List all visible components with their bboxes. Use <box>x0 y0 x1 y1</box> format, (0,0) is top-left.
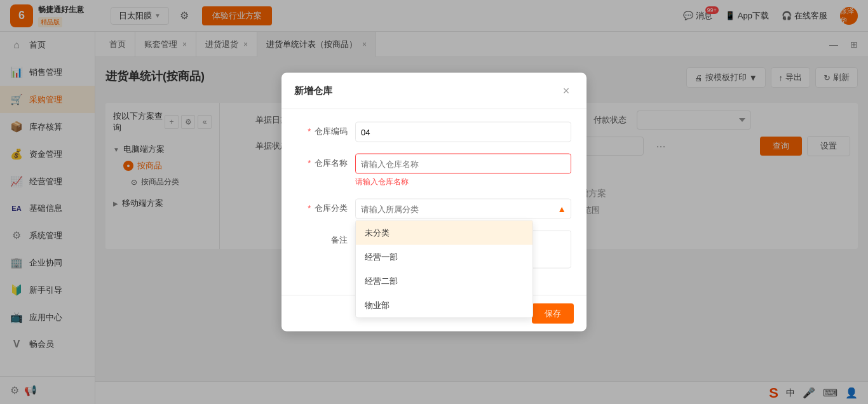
warehouse-name-field: 请输入仓库名称 <box>355 154 571 187</box>
save-button[interactable]: 保存 <box>532 304 574 324</box>
warehouse-name-label: * 仓库名称 <box>297 154 348 169</box>
warehouse-code-label: * 仓库编码 <box>297 122 348 137</box>
category-dropdown: 未分类 经营一部 经营二部 物业部 <box>355 220 533 318</box>
warehouse-name-input[interactable] <box>355 154 571 174</box>
form-row-category: * 仓库分类 ▲ 未分类 经营一部 经营二部 物业部 <box>297 199 571 219</box>
dropdown-item-3[interactable]: 物业部 <box>356 293 532 318</box>
new-warehouse-modal: 新增仓库 × * 仓库编码 * 仓库名称 请输入仓库名称 <box>281 73 587 332</box>
dropdown-item-2[interactable]: 经营二部 <box>356 269 532 293</box>
warehouse-code-field <box>355 122 571 142</box>
dropdown-item-1[interactable]: 经营一部 <box>356 245 532 269</box>
form-row-code: * 仓库编码 <box>297 122 571 142</box>
warehouse-name-error: 请输入仓库名称 <box>355 177 571 187</box>
warehouse-category-input[interactable] <box>355 199 571 219</box>
warehouse-category-field: ▲ 未分类 经营一部 经营二部 物业部 <box>355 199 571 219</box>
form-row-name: * 仓库名称 请输入仓库名称 <box>297 154 571 187</box>
notes-label: 备注 <box>297 231 348 246</box>
warehouse-category-label: * 仓库分类 <box>297 199 348 214</box>
modal-title: 新增仓库 <box>294 84 332 97</box>
warehouse-code-input[interactable] <box>355 122 571 142</box>
modal-close-btn[interactable]: × <box>559 83 574 98</box>
modal-body: * 仓库编码 * 仓库名称 请输入仓库名称 * 仓库分类 <box>281 109 587 295</box>
modal-header: 新增仓库 × <box>281 73 587 109</box>
dropdown-item-0[interactable]: 未分类 <box>356 221 532 245</box>
category-input-wrapper: ▲ <box>355 199 571 219</box>
category-toggle-icon[interactable]: ▲ <box>557 204 566 214</box>
